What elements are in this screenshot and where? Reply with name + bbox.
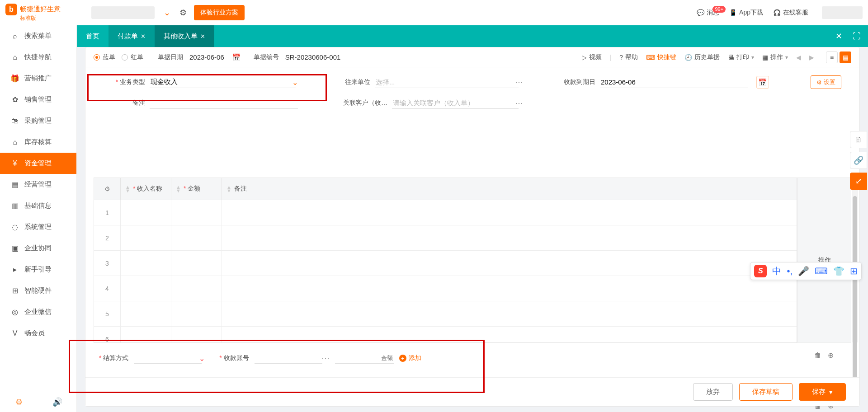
chevron-down-icon[interactable]: ⌄: [199, 354, 205, 363]
bill-blue-radio[interactable]: 蓝单: [94, 53, 115, 61]
ime-punct-icon[interactable]: •,: [787, 266, 793, 276]
view-list-icon[interactable]: ≡: [826, 52, 838, 63]
settle-method-input[interactable]: [134, 353, 202, 364]
bill-date-value[interactable]: 2023-06-06: [189, 53, 224, 61]
sidebar-label: 新手引导: [24, 265, 52, 274]
ime-keyboard-icon[interactable]: ⌨: [815, 266, 828, 276]
more-icon[interactable]: ⋯: [515, 98, 523, 108]
abandon-button[interactable]: 放弃: [693, 383, 733, 401]
rel-customer-input[interactable]: [392, 97, 519, 109]
sidebar-item-10[interactable]: ▣企业协同: [0, 238, 76, 259]
more-icon[interactable]: ⋯: [515, 77, 523, 87]
grid-icon: ▦: [762, 54, 768, 61]
settle-add-button[interactable]: +添加: [399, 354, 421, 362]
help-icon: ?: [619, 54, 623, 61]
sidebar-item-2[interactable]: 🎁营销推广: [0, 68, 76, 89]
close-icon[interactable]: ✕: [141, 33, 146, 40]
sidebar-icon: ◎: [11, 308, 19, 316]
close-icon[interactable]: ✕: [200, 33, 205, 40]
view-form-icon[interactable]: ▤: [840, 52, 851, 63]
partner-input[interactable]: [375, 76, 519, 88]
app-download-label: App下载: [739, 9, 763, 17]
sidebar-icon: 🛍: [11, 117, 19, 125]
sidebar-item-6[interactable]: ¥资金管理: [0, 153, 76, 174]
vertical-scrollbar[interactable]: [852, 178, 858, 342]
company-chevron-icon[interactable]: ⌄: [164, 8, 170, 18]
prev-record-icon[interactable]: ◀: [796, 54, 801, 61]
tab-fullscreen-icon[interactable]: ⛶: [849, 28, 864, 44]
brand-name: 畅捷通好生意: [20, 5, 61, 14]
sidebar-item-13[interactable]: ◎企业微信: [0, 301, 76, 323]
tab-close-all-icon[interactable]: ✕: [831, 28, 846, 44]
more-icon[interactable]: ⋯: [321, 353, 330, 363]
rail-note-icon[interactable]: 🗎: [850, 131, 867, 148]
user-avatar[interactable]: [822, 6, 863, 19]
history-icon: 🕘: [684, 54, 692, 61]
help-link[interactable]: ?帮助: [619, 53, 638, 61]
ime-lang[interactable]: 中: [772, 265, 781, 277]
due-date-calendar-icon[interactable]: 📅: [756, 76, 769, 89]
tab-1[interactable]: 付款单✕: [108, 25, 155, 47]
save-button[interactable]: 保存▾: [799, 383, 846, 401]
tab-0[interactable]: 首页: [77, 25, 108, 47]
ime-skin-icon[interactable]: 👕: [833, 266, 844, 276]
ime-toolbox-icon[interactable]: ⊞: [850, 266, 858, 276]
sidebar-item-12[interactable]: ⊞智能硬件: [0, 280, 76, 301]
settle-account-input[interactable]: [255, 353, 322, 364]
rail-expand-icon[interactable]: ⤢: [850, 173, 867, 190]
sidebar-item-9[interactable]: ◌系统管理: [0, 216, 76, 238]
history-link[interactable]: 🕘历史单据: [684, 53, 720, 61]
col-income[interactable]: ▲▼收入名称: [120, 178, 171, 200]
table-row[interactable]: 6: [94, 326, 797, 342]
calendar-icon[interactable]: 📅: [232, 53, 241, 61]
try-industry-button[interactable]: 体验行业方案: [194, 5, 245, 20]
bill-red-radio[interactable]: 红单: [122, 53, 143, 61]
sidebar-item-14[interactable]: V畅会员: [0, 323, 76, 344]
rail-attach-icon[interactable]: 🔗: [850, 152, 867, 169]
sidebar-icon: ▸: [11, 265, 19, 274]
table-row[interactable]: 1: [94, 200, 797, 225]
sidebar-item-11[interactable]: ▸新手引导: [0, 259, 76, 280]
sidebar-item-1[interactable]: ⌂快捷导航: [0, 47, 76, 68]
column-settings-icon[interactable]: ⚙: [94, 185, 120, 192]
save-draft-button[interactable]: 保存草稿: [739, 383, 793, 401]
chevron-down-icon[interactable]: ⌄: [292, 78, 298, 87]
sidebar-label: 企业微信: [24, 308, 52, 316]
app-download-link[interactable]: 📱 App下载: [729, 9, 763, 17]
table-row[interactable]: 3: [94, 250, 797, 276]
table-row[interactable]: 5: [94, 301, 797, 326]
settings-gear-icon[interactable]: ⚙: [179, 8, 187, 18]
sidebar-item-4[interactable]: 🛍采购管理: [0, 110, 76, 131]
online-service-link[interactable]: 🎧 在线客服: [773, 9, 808, 17]
print-link[interactable]: 🖶打印 ▾: [728, 53, 754, 61]
sidebar-icon: ⊞: [11, 286, 19, 295]
sidebar-icon: ⌂: [11, 138, 19, 146]
operate-link[interactable]: ▦操作 ▾: [762, 53, 788, 61]
tab-2[interactable]: 其他收入单✕: [155, 25, 214, 47]
next-record-icon[interactable]: ▶: [809, 54, 814, 61]
video-link[interactable]: ▷视频: [582, 53, 602, 61]
sidebar-item-8[interactable]: ▥基础信息: [0, 195, 76, 216]
messages-link[interactable]: 💬 消息 99+: [697, 9, 719, 17]
sidebar-item-7[interactable]: ▤经营管理: [0, 174, 76, 195]
ime-mic-icon[interactable]: 🎤: [798, 266, 809, 276]
sidebar-item-0[interactable]: ⌕搜索菜单: [0, 25, 76, 47]
table-row[interactable]: 2: [94, 225, 797, 250]
sidebar-label: 畅会员: [24, 329, 45, 337]
settle-amount-input[interactable]: [335, 353, 394, 364]
ime-toolbar[interactable]: S 中 •, 🎤 ⌨ 👕 ⊞: [750, 262, 862, 280]
shortcut-link[interactable]: ⌨快捷键: [646, 53, 676, 61]
col-remark[interactable]: ▲▼备注: [222, 178, 797, 200]
sidebar-footer-sound[interactable]: 🔊: [38, 392, 77, 412]
table-row[interactable]: 4: [94, 276, 797, 301]
biz-type-input[interactable]: [150, 76, 296, 88]
sidebar-item-5[interactable]: ⌂库存核算: [0, 131, 76, 153]
sidebar-icon: 🎁: [11, 74, 19, 83]
settings-button[interactable]: ⚙设置: [811, 75, 841, 89]
col-amount[interactable]: ▲▼金额: [171, 178, 222, 200]
due-date-input[interactable]: [600, 76, 748, 88]
sidebar-item-3[interactable]: ✿销售管理: [0, 89, 76, 110]
company-selector[interactable]: [91, 6, 155, 19]
remark-input[interactable]: [150, 97, 298, 109]
sidebar-footer-settings[interactable]: ⚙: [0, 392, 38, 412]
